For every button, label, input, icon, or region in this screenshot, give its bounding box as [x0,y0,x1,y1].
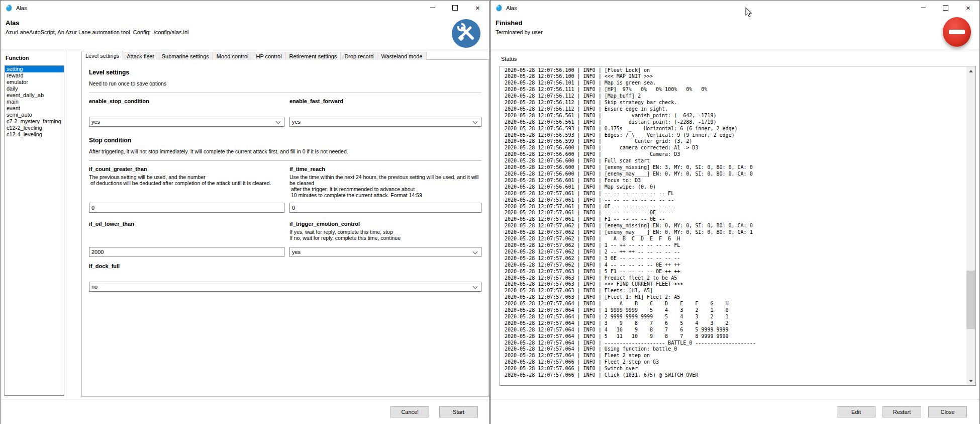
log-line: 2020-05-28 12:07:57.064 | INFO | Fleet 2… [505,353,966,359]
close-button[interactable]: × [957,1,979,15]
log-line: 2020-05-28 12:07:56.111 | INFO | [HP] 97… [505,87,966,93]
log-line: 2020-05-28 12:07:57.064 | INFO | A B C D… [505,301,966,307]
titlebar[interactable]: Alas × [491,1,979,15]
level-settings-panel: Level settings Need to run once to save … [81,59,489,397]
window-title: Alas [16,5,27,11]
sidebar-item[interactable]: reward [5,72,64,79]
tab[interactable]: Attack fleet [123,52,158,60]
tab[interactable]: Wasteland mode [377,52,426,60]
enable-fast-forward-select[interactable]: yes [289,117,481,127]
if-dock-full-select[interactable]: no [89,282,481,292]
function-listbox[interactable]: settingrewardemulatordailyevent_daily_ab… [5,65,64,396]
arrow-down-icon [969,380,973,382]
sidebar-item[interactable]: semi_auto [5,112,64,118]
sidebar-item[interactable]: event [5,105,64,112]
field-label: if_oil_lower_than [89,221,284,227]
titlebar[interactable]: Alas × [1,1,489,15]
log-line: 2020-05-28 12:07:56.600 | INFO | camera … [505,145,966,151]
sidebar-item[interactable]: event_daily_ab [5,92,64,99]
tab[interactable]: Submarine settings [158,52,213,60]
tab[interactable]: Retirement settings [285,52,341,60]
enable-stop-condition-select[interactable]: yes [89,117,284,127]
log-line: 2020-05-28 12:07:57.063 | INFO | Predict… [505,275,966,282]
alas-logo-icon [495,4,503,12]
field-label: if_dock_full [89,263,481,269]
app-subtitle: AzurLaneAutoScript, An Azur Lane automat… [6,29,188,35]
log-line: 2020-05-28 12:07:56.112 | INFO | Ensure … [505,106,966,113]
field-if-oil-lower-than: if_oil_lower_than [89,221,284,257]
scroll-up-button[interactable] [966,67,975,75]
if-time-reach-input[interactable] [289,203,481,213]
tab[interactable]: Mood control [213,52,253,60]
minimize-button[interactable] [421,1,444,15]
field-label: if_time_reach [289,166,481,172]
tab[interactable]: Drop record [340,52,377,60]
close-icon: × [475,4,480,12]
field-if-count-greater-than: if_count_greater_than The previous setti… [89,166,284,213]
mouse-cursor [745,7,752,20]
if-trigger-emotion-control-select[interactable]: yes [289,247,481,257]
maximize-button[interactable] [934,1,957,15]
field-label: enable_stop_condition [89,98,284,104]
log-line: 2020-05-28 12:07:57.062 | INFO | [enemy_… [505,223,966,229]
close-button[interactable]: × [466,1,489,15]
divider [89,160,481,161]
sidebar-item[interactable]: setting [5,66,64,72]
section-heading: Stop condition [89,137,481,144]
close-run-button[interactable]: Close [928,406,967,417]
stop-bar [949,30,965,34]
divider [89,93,481,93]
log-line: 2020-05-28 12:07:57.062 | INFO | 4 -- --… [505,262,966,269]
stop-badge-icon [943,17,971,47]
tab[interactable]: HP control [252,52,285,60]
field-if-trigger-emotion-control: if_trigger_emotion_control If yes, wait … [289,221,481,257]
sidebar-item[interactable]: emulator [5,79,64,86]
if-count-greater-than-input[interactable] [89,203,284,213]
alas-logo-icon [5,4,13,12]
chevron-down-icon [276,119,281,124]
log-scrollbar[interactable] [966,67,975,385]
sidebar-item[interactable]: c12-2_leveling [5,125,64,131]
log-line: 2020-05-28 12:07:56.601 | INFO | Map swi… [505,184,966,191]
scroll-down-button[interactable] [966,377,975,385]
select-value: yes [292,119,301,125]
log-line: 2020-05-28 12:07:57.061 | INFO | F1 -- -… [505,216,966,223]
if-oil-lower-than-input[interactable] [89,247,284,257]
log-line: 2020-05-28 12:07:57.064 | INFO | 3 9 8 7… [505,320,966,327]
edit-button[interactable]: Edit [837,406,875,417]
log-line: 2020-05-28 12:07:56.561 | INFO | vanish_… [505,113,966,119]
log-line: 2020-05-28 12:07:57.063 | INFO | 5 F1 --… [505,269,966,275]
sidebar-item[interactable]: c7-2_mystery_farming [5,118,64,125]
maximize-button[interactable] [444,1,466,15]
right-footer: Edit Restart Close [491,399,979,424]
status-label: Status [501,56,517,62]
log-line: 2020-05-28 12:07:57.064 | INFO | 2 9999 … [505,314,966,320]
log-line: 2020-05-28 12:07:56.601 | INFO | Focus t… [505,178,966,184]
log-line: 2020-05-28 12:07:56.100 | INFO | [Fleet_… [505,67,966,74]
log-box: 2020-05-28 12:07:56.100 | INFO | fleet_l… [500,66,976,386]
maximize-icon [452,5,458,11]
log-output[interactable]: 2020-05-28 12:07:56.100 | INFO | fleet_l… [501,67,966,385]
log-line: 2020-05-28 12:07:57.061 | INFO | -- -- -… [505,191,966,197]
sidebar-item[interactable]: c12-4_leveling [5,131,64,138]
sidebar-item[interactable]: main [5,99,64,105]
field-desc: The previous setting will be used, and t… [89,174,284,186]
sidebar-item[interactable]: daily [5,86,64,92]
settings-tabbar: Level settingsAttack fleetSubmarine sett… [81,51,427,60]
maximize-icon [943,5,948,11]
chevron-down-icon [473,119,478,124]
log-line: 2020-05-28 12:07:56.100 | INFO | <<< MAP… [505,73,966,80]
section-desc: Need to run once to save options [89,80,481,87]
run-status-header: Finished Terminated by user [491,15,979,49]
log-line: 2020-05-28 12:07:56.593 | INFO | 0.175s … [505,126,966,132]
log-line: 2020-05-28 12:07:57.064 | INFO | Using f… [505,346,966,353]
log-line: 2020-05-28 12:07:57.064 | INFO | 1 9999 … [505,307,966,314]
cancel-button[interactable]: Cancel [390,406,429,417]
log-line: 2020-05-28 12:07:57.066 | INFO | Switch … [505,366,966,372]
restart-button[interactable]: Restart [883,406,921,417]
tab[interactable]: Level settings [81,51,123,60]
log-line: 2020-05-28 12:07:56.600 | INFO | [enemy_… [505,164,966,171]
start-button[interactable]: Start [439,406,478,417]
scrollbar-thumb[interactable] [966,271,975,329]
minimize-button[interactable] [912,1,934,15]
